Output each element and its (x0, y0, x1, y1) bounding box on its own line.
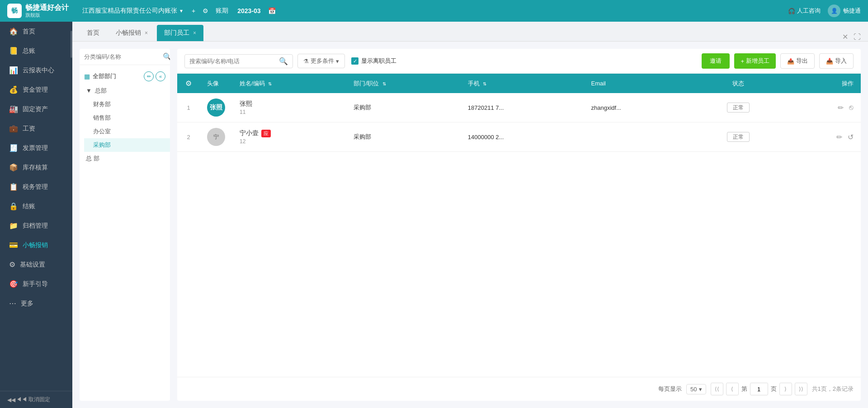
headset-icon: 🎧 (788, 8, 795, 14)
phone-sort-icon[interactable]: ⇅ (483, 81, 486, 86)
add-employee-label: 新增员工 (746, 57, 769, 65)
show-resigned-checkbox[interactable]: ✓ (351, 57, 359, 65)
support-button[interactable]: 🎧 人工咨询 (788, 7, 821, 15)
import-button[interactable]: 📥 导入 (819, 53, 854, 69)
salary-icon: 💼 (9, 124, 18, 133)
dept-node-sales[interactable]: 销售部 (84, 111, 170, 125)
sidebar-item-more[interactable]: ⋯ 更多 (0, 294, 72, 313)
all-dept-header[interactable]: ▦ 全部部门 ✏ « (80, 69, 170, 84)
period-label: 账期 (216, 7, 228, 15)
prev-page-button[interactable]: ⟨ (726, 383, 739, 395)
tab-expand-icon[interactable]: ⛶ (854, 33, 861, 41)
tab-dept-employee-close[interactable]: × (193, 30, 196, 36)
per-page-select[interactable]: 50 ▾ (686, 384, 706, 394)
guide-icon: 🎯 (9, 280, 18, 288)
home-icon: 🏠 (9, 27, 18, 36)
row-phone-1: 18720211 7... (461, 93, 584, 122)
sidebar-item-reports[interactable]: 📊 云报表中心 (0, 61, 72, 80)
content-area: 首页 小畅报销 × 部门员工 × ✕ ⛶ 🔍 (72, 22, 868, 408)
dept-sort-icon[interactable]: ⇅ (382, 81, 386, 86)
invite-button[interactable]: 邀请 (702, 53, 730, 69)
table-settings-icon[interactable]: ⚙ (185, 80, 192, 87)
import-icon: 📥 (826, 58, 833, 65)
tab-dept-employee[interactable]: 部门员工 × (157, 25, 203, 41)
tab-dept-employee-label: 部门员工 (164, 29, 189, 37)
sidebar-label-more: 更多 (21, 300, 33, 308)
dept-panel: 🔍 ▦ 全部部门 ✏ « ▼ 总部 (80, 49, 170, 401)
logo-area: 畅 畅捷通好会计 旗舰版 (7, 3, 75, 19)
first-page-button[interactable]: ⟨⟨ (711, 383, 723, 395)
filter-icon: ⚗ (303, 58, 309, 65)
dept-group-hq[interactable]: ▼ 总部 (80, 84, 170, 98)
show-resigned-toggle[interactable]: ✓ 显示离职员工 (351, 57, 396, 65)
filter-button[interactable]: ⚗ 更多条件 ▾ (297, 54, 345, 68)
sidebar-item-capital[interactable]: 💰 资金管理 (0, 80, 72, 99)
invoice-icon: 🧾 (9, 144, 18, 152)
col-gear: ⚙ (177, 74, 200, 93)
sidebar-label-tax: 税务管理 (23, 183, 48, 191)
sidebar-item-close[interactable]: 🔒 结账 (0, 197, 72, 216)
unpin-icon: ◀◀ (7, 397, 15, 403)
reports-icon: 📊 (9, 66, 18, 75)
add-employee-button[interactable]: + 新增员工 (734, 53, 776, 69)
sidebar-item-home[interactable]: 🏠 首页 (0, 22, 72, 41)
add-book-button[interactable]: + (192, 7, 195, 14)
sidebar-label-expense: 小畅报销 (23, 241, 48, 249)
tab-expense-close[interactable]: × (145, 30, 148, 36)
sidebar-item-archive[interactable]: 📁 归档管理 (0, 216, 72, 235)
edit-icon-2[interactable]: ✏ (836, 133, 842, 141)
sidebar-label-reports: 云报表中心 (23, 66, 54, 75)
dept-node-office[interactable]: 办公室 (84, 125, 170, 138)
settings-icon[interactable]: ⚙ (203, 7, 208, 14)
next-page-button[interactable]: ⟩ (779, 383, 792, 395)
dept-group-general[interactable]: 总 部 (80, 152, 170, 165)
sidebar-item-ledger[interactable]: 📒 总账 (0, 41, 72, 61)
sidebar-item-expense[interactable]: 💳 小畅报销 (0, 235, 72, 255)
sidebar-item-inventory[interactable]: 📦 库存核算 (0, 158, 72, 177)
main-layout: 🏠 首页 📒 总账 📊 云报表中心 💰 资金管理 🏭 固定资产 💼 工资 🧾 发… (0, 22, 868, 408)
page-number-input[interactable] (750, 383, 768, 395)
sidebar-item-invoice[interactable]: 🧾 发票管理 (0, 138, 72, 158)
employee-search-input[interactable] (189, 58, 276, 65)
dept-node-purchase[interactable]: 采购部 (84, 138, 170, 152)
sidebar-scrollbar[interactable] (71, 31, 72, 58)
employee-search-box: 🔍 (184, 54, 293, 68)
row-action-1: ✏ ⎋ (783, 93, 861, 122)
row-status-1: 正常 (693, 93, 783, 122)
dept-edit-button[interactable]: ✏ (144, 71, 154, 81)
tab-home[interactable]: 首页 (80, 25, 107, 41)
logo-icon: 畅 (7, 4, 22, 18)
header-actions: + ⚙ 账期 2023-03 📅 (192, 7, 276, 15)
sidebar-item-fixed[interactable]: 🏭 固定资产 (0, 99, 72, 119)
refresh-icon-2[interactable]: ↺ (848, 133, 854, 141)
export-button[interactable]: 📤 导出 (780, 53, 815, 69)
dept-node-finance[interactable]: 财务部 (84, 98, 170, 111)
sidebar-label-guide: 新手引导 (23, 280, 48, 288)
name-sort-icon[interactable]: ⇅ (268, 81, 272, 86)
sidebar-item-tax[interactable]: 📋 税务管理 (0, 177, 72, 197)
col-avatar: 头像 (200, 74, 232, 93)
dept-search-icon[interactable]: 🔍 (163, 52, 170, 61)
tab-close-window-icon[interactable]: ✕ (842, 33, 848, 41)
sidebar-item-settings[interactable]: ⚙ 基础设置 (0, 255, 72, 274)
logout-icon-1[interactable]: ⎋ (849, 103, 854, 112)
top-right: 🎧 人工咨询 👤 畅捷通 (788, 5, 861, 17)
last-page-button[interactable]: ⟩⟩ (795, 383, 807, 395)
import-label: 导入 (835, 57, 847, 65)
show-resigned-label: 显示离职员工 (361, 57, 396, 65)
sidebar-item-guide[interactable]: 🎯 新手引导 (0, 274, 72, 294)
search-icon[interactable]: 🔍 (279, 57, 288, 66)
calendar-icon[interactable]: 📅 (268, 7, 276, 14)
more-icon: ⋯ (9, 299, 16, 308)
company-selector[interactable]: 江西服宝精品有限责任公司内账张 ▾ (82, 7, 183, 15)
row-num-1: 1 (177, 93, 200, 122)
row-name-2: 宁小壹 应 12 (232, 122, 346, 152)
toolbar-right: 邀请 + 新增员工 📤 导出 📥 导入 (702, 53, 854, 69)
user-area[interactable]: 👤 畅捷通 (828, 5, 861, 17)
tab-expense[interactable]: 小畅报销 × (108, 25, 155, 41)
dept-search-input[interactable] (84, 53, 160, 60)
dept-collapse-button[interactable]: « (156, 71, 165, 81)
edit-icon-1[interactable]: ✏ (838, 103, 844, 112)
unpin-button[interactable]: ◀◀ ◀◀ 取消固定 (0, 391, 72, 408)
sidebar-item-salary[interactable]: 💼 工资 (0, 119, 72, 138)
